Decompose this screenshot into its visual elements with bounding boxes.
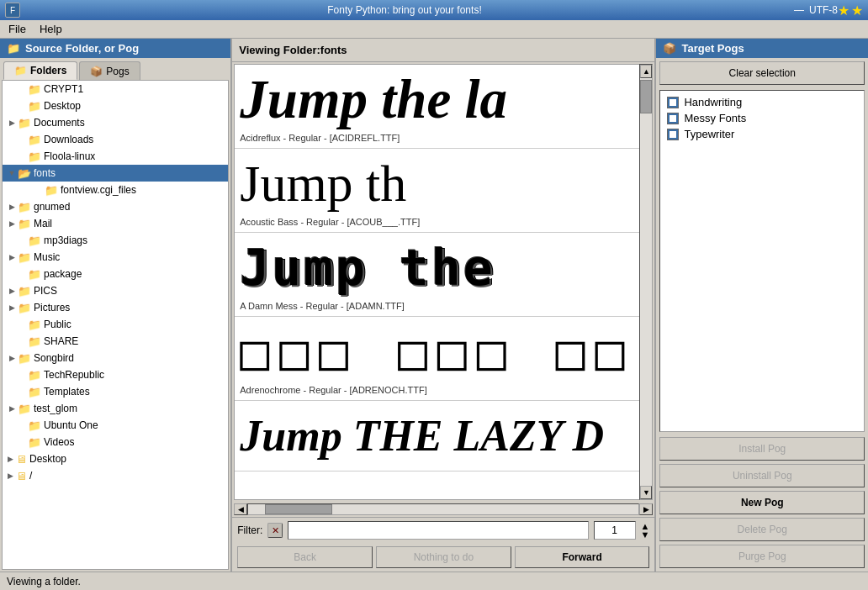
font-item-adamnmess[interactable]: Jump the A Damn Mess - Regular - [ADAMN.…: [235, 233, 639, 317]
folder-icon-gnumed: 📁: [18, 201, 31, 213]
font-name-acoustic: Acoustic Bass - Regular - [ACOUB___.TTF]: [240, 215, 634, 229]
font-preview-text-acidreflux: Jump the la: [240, 68, 507, 131]
filter-count-spinbox[interactable]: [594, 521, 636, 540]
tree-item-downloads[interactable]: 📁 Downloads: [3, 131, 228, 148]
pog-checkbox-typewriter[interactable]: [667, 129, 679, 140]
target-pogs-icon: 📦: [663, 42, 676, 55]
stars-container: ★ ★: [838, 3, 863, 18]
scroll-down-button[interactable]: ▼: [640, 486, 652, 499]
tree-item-gnumed[interactable]: ▶ 📁 gnumed: [3, 198, 228, 215]
tab-pogs[interactable]: 📦 Pogs: [79, 61, 140, 80]
tree-item-root[interactable]: ▶ 🖥 /: [3, 467, 228, 484]
tree-item-test-glom[interactable]: ▶ 📁 test_glom: [3, 400, 228, 417]
folder-tree[interactable]: 📁 CRYPT1 📁 Desktop ▶ 📁 Documents 📁 Downl…: [2, 80, 229, 570]
folder-icon-music: 📁: [18, 251, 31, 264]
pog-label-handwriting: Handwriting: [684, 96, 742, 108]
font-list-scrollbar[interactable]: ▲ ▼: [639, 64, 653, 500]
font-item-acidreflux[interactable]: Jump the la Acidreflux - Regular - [ACID…: [235, 65, 639, 149]
filter-input[interactable]: [288, 521, 588, 540]
tree-item-mp3diags[interactable]: 📁 mp3diags: [3, 232, 228, 249]
right-buttons: Install Pog Uninstall Pog New Pog Delete…: [656, 434, 868, 572]
tree-label-techrepublic: TechRepublic: [44, 369, 104, 381]
purge-pog-button[interactable]: Purge Pog: [659, 545, 865, 568]
install-pog-button[interactable]: Install Pog: [659, 437, 865, 461]
tree-item-videos[interactable]: 📁 Videos: [3, 434, 228, 450]
pog-checkbox-messy-fonts[interactable]: [667, 113, 679, 124]
expand-arrow-songbird: ▶: [6, 354, 18, 362]
hscroll-track[interactable]: [247, 503, 639, 515]
forward-button[interactable]: Forward: [515, 546, 650, 568]
font-item-acoustic[interactable]: Jump th Acoustic Bass - Regular - [ACOUB…: [235, 149, 639, 233]
tab-folders[interactable]: 📁 Folders: [3, 61, 77, 80]
tree-item-music[interactable]: ▶ 📁 Music: [3, 249, 228, 266]
tree-item-templates[interactable]: 📁 Templates: [3, 383, 228, 400]
expand-arrow-pictures: ▶: [6, 303, 18, 312]
filter-clear-button[interactable]: ✕: [267, 523, 283, 538]
font-preview-jump5: Jump THE LAZY D: [240, 404, 634, 467]
pog-item-typewriter[interactable]: Typewriter: [664, 126, 860, 142]
back-button[interactable]: Back: [237, 546, 373, 568]
clear-selection-button[interactable]: Clear selection: [659, 61, 865, 85]
folder-icon-ubuntu-one: 📁: [28, 419, 41, 432]
tree-item-crypt1[interactable]: 📁 CRYPT1: [3, 81, 228, 97]
tree-item-mail[interactable]: ▶ 📁 Mail: [3, 215, 228, 232]
main-container: 📁 Source Folder, or Pog 📁 Folders 📦 Pogs…: [0, 39, 868, 572]
font-items-area[interactable]: Jump the la Acidreflux - Regular - [ACID…: [234, 64, 639, 500]
menu-file[interactable]: File: [5, 22, 29, 36]
pog-item-handwriting[interactable]: Handwriting: [664, 94, 860, 110]
left-panel-header: 📁 Source Folder, or Pog: [0, 39, 230, 58]
tree-item-documents[interactable]: ▶ 📁 Documents: [3, 114, 228, 131]
tree-label-mp3diags: mp3diags: [44, 234, 87, 246]
tree-label-songbird: Songbird: [34, 352, 74, 364]
hscroll-right-button[interactable]: ▶: [639, 503, 653, 515]
hscroll-left-button[interactable]: ◀: [234, 503, 247, 515]
spinbox-arrows[interactable]: ▲ ▼: [641, 522, 650, 539]
tree-item-public[interactable]: 📁 Public: [3, 316, 228, 333]
tree-item-desktop1[interactable]: 📁 Desktop: [3, 97, 228, 114]
nothing-button[interactable]: Nothing to do: [376, 546, 511, 568]
tree-label-desktop-root: Desktop: [29, 453, 66, 465]
font-preview-text-adrenochrome: □□□ □□□ □□: [240, 324, 634, 381]
hscroll-thumb[interactable]: [265, 504, 332, 514]
tree-label-documents: Documents: [34, 117, 85, 129]
folder-icon-public: 📁: [28, 319, 41, 331]
pog-label-messy-fonts: Messy Fonts: [684, 112, 746, 124]
scroll-thumb[interactable]: [640, 80, 652, 113]
tree-item-fonts[interactable]: ▼ 📂 fonts: [3, 165, 228, 182]
pog-checkbox-handwriting[interactable]: [667, 97, 679, 108]
menu-help[interactable]: Help: [36, 22, 66, 36]
uninstall-pog-button[interactable]: Uninstall Pog: [659, 464, 865, 487]
tree-label-test-glom: test_glom: [34, 403, 77, 414]
tree-label-gnumed: gnumed: [34, 201, 70, 213]
tabs-container: 📁 Folders 📦 Pogs: [0, 58, 230, 80]
font-item-jump5[interactable]: Jump THE LAZY D: [235, 401, 639, 471]
tree-item-share[interactable]: 📁 SHARE: [3, 333, 228, 350]
tree-item-floola[interactable]: 📁 Floola-linux: [3, 148, 228, 165]
folder-icon-techrepublic: 📁: [28, 369, 41, 382]
tree-label-pictures: Pictures: [34, 302, 70, 313]
tree-item-fontview[interactable]: 📁 fontview.cgi_files: [3, 182, 228, 198]
tree-item-songbird[interactable]: ▶ 📁 Songbird: [3, 350, 228, 366]
folders-tab-icon: 📁: [14, 65, 27, 76]
expand-arrow-gnumed: ▶: [6, 203, 18, 211]
folder-icon-mp3diags: 📁: [28, 234, 41, 247]
tree-item-ubuntu-one[interactable]: 📁 Ubuntu One: [3, 417, 228, 434]
new-pog-button[interactable]: New Pog: [659, 491, 865, 514]
delete-pog-button[interactable]: Delete Pog: [659, 518, 865, 541]
tree-item-desktop-root[interactable]: ▶ 🖥 Desktop: [3, 450, 228, 467]
font-preview-acoustic: Jump th: [240, 152, 634, 215]
star-icon-1: ★: [838, 3, 849, 18]
tree-label-mail: Mail: [34, 218, 52, 229]
tree-item-techrepublic[interactable]: 📁 TechRepublic: [3, 366, 228, 383]
folder-icon-templates: 📁: [28, 386, 41, 398]
tree-item-package[interactable]: 📁 package: [3, 266, 228, 282]
tree-item-pics[interactable]: ▶ 📁 PICS: [3, 282, 228, 299]
pog-item-messy-fonts[interactable]: Messy Fonts: [664, 110, 860, 126]
tree-item-pictures[interactable]: ▶ 📁 Pictures: [3, 299, 228, 316]
spinbox-down-arrow[interactable]: ▼: [641, 530, 650, 539]
tree-label-share: SHARE: [44, 335, 78, 347]
scroll-up-button[interactable]: ▲: [640, 65, 652, 78]
font-item-adrenochrome[interactable]: □□□ □□□ □□ Adrenochrome - Regular - [ADR…: [235, 317, 639, 401]
nav-bar: Back Nothing to do Forward: [232, 543, 654, 572]
encoding-label: UTF-8: [809, 4, 838, 16]
